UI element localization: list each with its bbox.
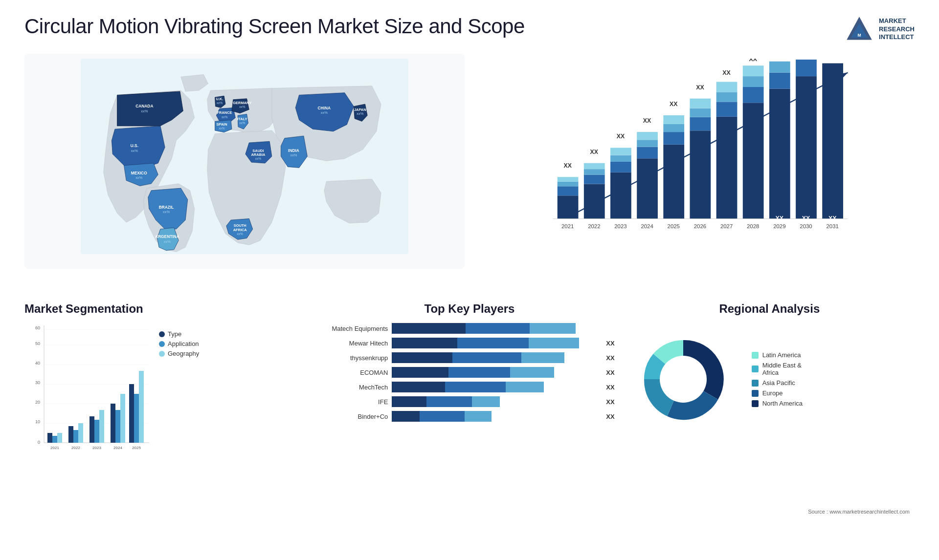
segmentation-title: Market Segmentation [24, 302, 314, 316]
svg-rect-61 [663, 115, 684, 124]
player-row-ecoman: ECOMAN XX [329, 367, 614, 378]
player-bar-thyssen [392, 352, 600, 363]
svg-text:CHINA: CHINA [318, 106, 331, 110]
svg-text:xx%: xx% [135, 176, 142, 180]
player-value-mechtech: XX [606, 384, 614, 391]
svg-rect-68 [716, 117, 738, 219]
map-section: CANADA xx% U.S. xx% MEXICO xx% BRAZIL xx… [24, 54, 465, 269]
svg-rect-43 [584, 184, 605, 219]
player-row-ife: IFE XX [329, 396, 614, 407]
svg-text:ARGENTINA: ARGENTINA [155, 234, 179, 239]
regional-section: Regional Analysis [625, 302, 915, 517]
legend-asia-pacific: Asia Pacific [752, 379, 803, 387]
svg-rect-53 [637, 158, 658, 219]
svg-rect-49 [610, 162, 631, 172]
player-name-binder: Binder+Co [329, 413, 388, 420]
player-row-mechtech: MechTech XX [329, 382, 614, 392]
svg-text:2025: 2025 [132, 446, 141, 450]
svg-text:BRAZIL: BRAZIL [159, 205, 174, 210]
player-row-thyssen: thyssenkrupp XX [329, 352, 614, 363]
svg-text:2029: 2029 [773, 223, 785, 229]
svg-rect-66 [690, 99, 711, 108]
svg-text:xx%: xx% [222, 115, 228, 119]
logo-container: M MARKET RESEARCH INTELLECT [845, 15, 915, 44]
svg-text:xx%: xx% [255, 157, 262, 160]
latin-america-color [752, 352, 759, 359]
svg-text:2030: 2030 [800, 223, 812, 229]
asia-pacific-color [752, 380, 759, 387]
svg-text:xx%: xx% [237, 232, 244, 236]
svg-rect-118 [68, 426, 73, 443]
svg-text:xx%: xx% [163, 210, 170, 214]
europe-color [752, 390, 759, 397]
middle-east-africa-label: Middle East &Africa [762, 362, 802, 376]
latin-america-label: Latin America [762, 351, 801, 359]
player-bar-mewar [392, 338, 600, 348]
svg-rect-83 [822, 64, 843, 219]
svg-rect-119 [73, 430, 78, 443]
player-value-thyssen: XX [606, 354, 614, 362]
svg-rect-39 [558, 186, 579, 195]
segmentation-legend: Type Application Geography [159, 330, 199, 360]
svg-rect-124 [99, 410, 104, 443]
svg-text:2021: 2021 [50, 446, 59, 450]
logo-text: MARKET RESEARCH INTELLECT [879, 17, 915, 42]
player-value-binder: XX [606, 413, 614, 420]
svg-rect-120 [78, 423, 83, 443]
svg-rect-79 [769, 73, 790, 89]
application-color [159, 341, 165, 347]
svg-text:xx%: xx% [239, 105, 246, 108]
legend-type: Type [159, 330, 199, 338]
north-america-color [752, 400, 759, 407]
svg-rect-74 [743, 87, 764, 103]
svg-text:XX: XX [828, 215, 837, 222]
svg-text:0: 0 [38, 440, 40, 445]
svg-text:SPAIN: SPAIN [216, 122, 227, 127]
svg-text:xx%: xx% [164, 239, 171, 244]
svg-rect-40 [558, 182, 579, 187]
svg-text:XX: XX [749, 59, 757, 63]
europe-label: Europe [762, 389, 783, 397]
svg-text:xx%: xx% [321, 110, 328, 115]
svg-rect-70 [716, 92, 738, 102]
svg-rect-127 [115, 410, 120, 443]
players-list: Matech Equipments Mewar Hitech [324, 323, 614, 422]
player-value-ecoman: XX [606, 369, 614, 376]
legend-europe: Europe [752, 389, 803, 397]
svg-rect-126 [111, 404, 115, 443]
svg-text:XX: XX [802, 215, 810, 222]
page-container: Circular Motion Vibrating Screen Market … [0, 0, 939, 560]
svg-rect-51 [610, 148, 631, 155]
svg-text:2022: 2022 [71, 446, 80, 450]
source-text: Source : www.marketresearchintellect.com [808, 509, 910, 515]
svg-text:xx%: xx% [141, 109, 148, 113]
svg-rect-71 [716, 82, 738, 92]
asia-pacific-label: Asia Pacific [762, 379, 795, 387]
svg-rect-59 [663, 132, 684, 145]
player-bar-ecoman [392, 367, 600, 378]
svg-text:50: 50 [35, 341, 40, 346]
regional-title: Regional Analysis [625, 302, 915, 316]
header: Circular Motion Vibrating Screen Market … [24, 15, 915, 44]
segmentation-chart-svg: 0 10 20 30 40 50 60 [24, 321, 152, 462]
svg-text:AFRICA: AFRICA [233, 228, 247, 232]
player-name-thyssen: thyssenkrupp [329, 354, 388, 362]
svg-rect-65 [690, 108, 711, 117]
svg-rect-58 [663, 145, 684, 219]
svg-text:XX: XX [563, 162, 572, 169]
svg-text:XX: XX [590, 149, 599, 155]
svg-text:INDIA: INDIA [288, 148, 299, 153]
svg-point-134 [660, 356, 707, 403]
page-title: Circular Motion Vibrating Screen Market … [24, 15, 525, 38]
legend-latin-america: Latin America [752, 351, 803, 359]
svg-text:2022: 2022 [588, 223, 600, 229]
player-row-binder: Binder+Co XX [329, 411, 614, 422]
svg-rect-45 [584, 169, 605, 174]
svg-text:2027: 2027 [720, 223, 733, 229]
geography-label: Geography [168, 350, 199, 357]
svg-rect-76 [743, 65, 764, 76]
chart-section: XX XX XX XX [474, 54, 915, 269]
bottom-section: Market Segmentation 0 10 20 30 40 50 60 [24, 302, 915, 517]
svg-text:xx%: xx% [131, 149, 138, 153]
geography-color [159, 351, 165, 357]
